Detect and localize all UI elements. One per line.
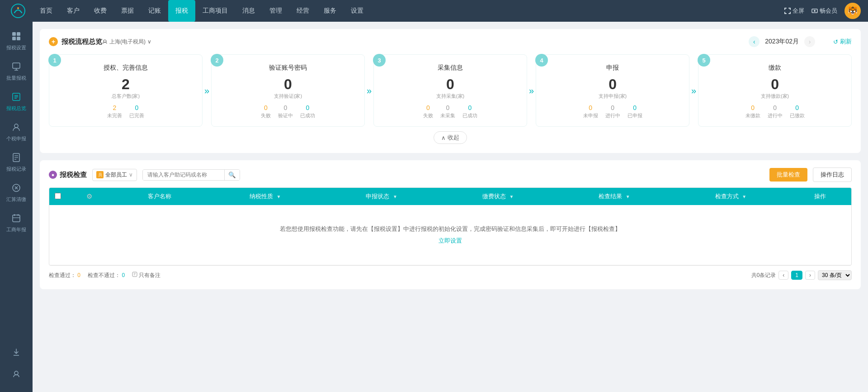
step-card-5: 5 缴款 0 支持缴款(家) 0 未缴款 0 进行中 0 已缴款: [698, 54, 852, 127]
download-icon: [10, 346, 23, 359]
nav-menu: 首页 客户 收费 票据 记账 报税 工商项目 消息 管理 经营 服务 设置: [33, 0, 784, 22]
nav-item-manage[interactable]: 管理: [262, 0, 289, 22]
pagination: 共0条记录 ‹ 1 › 30 条/页: [751, 270, 852, 280]
step-subtitle-3: 支持采集(家): [381, 93, 519, 100]
nav-item-invoice[interactable]: 票据: [114, 0, 141, 22]
nav-item-client[interactable]: 客户: [60, 0, 87, 22]
nav-item-home[interactable]: 首页: [33, 0, 60, 22]
empty-state: 若您想使用报税检查功能，请先在【报税设置】中进行报税的初始化设置，完成密码验证和…: [49, 205, 851, 265]
prev-page-button[interactable]: ‹: [778, 271, 788, 280]
tax-check-card: ● 报税检查 员 全部员工 ∨ 🔍 批量检查 操作日志: [40, 160, 861, 289]
step-num-4: 4: [535, 54, 548, 67]
nav-item-operation[interactable]: 经营: [289, 0, 316, 22]
sidebar-item-location[interactable]: [0, 363, 33, 385]
page-size-select[interactable]: 30 条/页: [818, 270, 852, 280]
nav-item-settings[interactable]: 设置: [344, 0, 371, 22]
svg-point-23: [14, 124, 18, 128]
step-stat: 0 未采集: [440, 104, 455, 119]
empty-state-row: 若您想使用报税检查功能，请先在【报税设置】中进行报税的初始化设置，完成密码验证和…: [49, 205, 851, 265]
collapse-button[interactable]: ∧ 收起: [434, 131, 467, 144]
note-stat: 只有备注: [132, 272, 160, 279]
tax-check-header: ● 报税检查 员 全部员工 ∨ 🔍 批量检查 操作日志: [49, 167, 852, 182]
step-stat: 0 未申报: [583, 104, 598, 119]
search-input[interactable]: [143, 170, 224, 180]
next-page-button[interactable]: ›: [805, 271, 815, 280]
sidebar-item-tax-overview[interactable]: 报税总览: [0, 86, 33, 116]
search-box: 🔍: [142, 169, 240, 181]
nav-item-tax[interactable]: 报税: [168, 0, 195, 22]
location-badge[interactable]: 上海(电子税局) ∨: [102, 38, 151, 46]
search-button[interactable]: 🔍: [224, 170, 240, 180]
left-sidebar: 报税设置 批量报税 报税总览 个税申报 报税记录 汇算清缴 工商年报: [0, 22, 33, 392]
vip-button[interactable]: 畅会员: [811, 7, 837, 15]
header-check-method: 检查方式 ▼: [673, 188, 789, 205]
step-stat: 0 已完善: [129, 104, 144, 119]
check-table: ⚙ 客户名称 纳税性质 ▼ 申报状态 ▼: [49, 188, 851, 265]
tax-settings-icon: [10, 30, 23, 43]
pass-count[interactable]: 0: [77, 272, 80, 278]
svg-rect-13: [12, 37, 16, 40]
pass-stat: 检查通过： 0: [49, 272, 80, 279]
step-title-3: 采集信息: [381, 64, 519, 72]
sidebar-item-batch-tax[interactable]: 批量报税: [0, 56, 33, 86]
step-stat: 0 失败: [261, 104, 271, 119]
step-num-5: 5: [698, 54, 710, 67]
fail-count[interactable]: 0: [122, 272, 125, 278]
staff-icon: 员: [96, 171, 104, 178]
table-body: 若您想使用报税检查功能，请先在【报税设置】中进行报税的初始化设置，完成密码验证和…: [49, 205, 851, 265]
step-arrow: »: [203, 54, 211, 127]
gear-button[interactable]: ⚙: [86, 192, 92, 201]
svg-rect-38: [132, 272, 137, 277]
main-content: + 报税流程总览 上海(电子税局) ∨ ‹ 2023年02月 › ↺ 刷新: [33, 22, 868, 392]
nav-item-message[interactable]: 消息: [235, 0, 262, 22]
right-tools: 全屏 畅会员 🐯: [784, 3, 861, 19]
staff-selector[interactable]: 员 全部员工 ∨: [92, 169, 137, 181]
steps-container: 1 授权、完善信息 2 总客户数(家) 2 未完善 0 已完善 »: [49, 54, 852, 127]
sidebar-item-tax-record[interactable]: 报税记录: [0, 147, 33, 177]
svg-point-1: [17, 7, 19, 9]
step-stat: 0 已成功: [300, 104, 315, 119]
step-card-3: 3 采集信息 0 支持采集(家) 0 失败 0 未采集 0 已成功: [373, 54, 527, 127]
overview-card: + 报税流程总览 上海(电子税局) ∨ ‹ 2023年02月 › ↺ 刷新: [40, 29, 861, 153]
ops-log-button[interactable]: 操作日志: [813, 167, 852, 182]
nav-item-fee[interactable]: 收费: [87, 0, 114, 22]
step-stat: 2 未完善: [107, 104, 122, 119]
svg-rect-5: [790, 8, 791, 10]
filter-icon: ▼: [626, 194, 630, 199]
step-subtitle-2: 支持验证(家): [219, 93, 357, 100]
svg-rect-12: [12, 32, 16, 36]
plus-icon: +: [49, 37, 58, 46]
nav-item-accounting[interactable]: 记账: [141, 0, 168, 22]
header-name: 客户名称: [113, 188, 207, 205]
sidebar-item-download[interactable]: [0, 341, 33, 363]
step-stats-3: 0 失败 0 未采集 0 已成功: [381, 104, 519, 119]
filter-icon: ▼: [393, 194, 397, 199]
next-month-button[interactable]: ›: [804, 36, 815, 47]
batch-tax-icon: [10, 60, 23, 73]
sidebar-item-tax-settings[interactable]: 报税设置: [0, 25, 33, 56]
nav-item-business[interactable]: 工商项目: [195, 0, 235, 22]
sidebar-item-personal-tax[interactable]: 个税申报: [0, 116, 33, 147]
svg-point-36: [14, 371, 18, 375]
header-action: 操作: [789, 188, 851, 205]
batch-check-button[interactable]: 批量检查: [769, 168, 807, 182]
prev-month-button[interactable]: ‹: [749, 36, 760, 47]
sidebar-item-annual-report[interactable]: 工商年报: [0, 207, 33, 238]
settlement-icon: [10, 182, 23, 194]
step-subtitle-4: 支持申报(家): [543, 93, 682, 100]
sidebar-item-settlement[interactable]: 汇算清缴: [0, 177, 33, 207]
select-all-checkbox[interactable]: [55, 193, 61, 199]
fullscreen-button[interactable]: 全屏: [784, 7, 804, 15]
overview-header: + 报税流程总览 上海(电子税局) ∨ ‹ 2023年02月 › ↺ 刷新: [49, 36, 852, 47]
sidebar-bottom: [0, 341, 33, 392]
setup-link[interactable]: 立即设置: [439, 237, 462, 244]
step-count-2: 0: [219, 76, 357, 93]
refresh-button[interactable]: ↺ 刷新: [833, 38, 852, 46]
nav-item-service[interactable]: 服务: [316, 0, 344, 22]
month-navigation: ‹ 2023年02月 ›: [749, 36, 815, 47]
current-page-button[interactable]: 1: [791, 271, 802, 280]
step-subtitle-5: 支持缴款(家): [706, 93, 844, 100]
total-records: 共0条记录: [751, 272, 776, 279]
mascot-avatar[interactable]: 🐯: [844, 3, 861, 19]
personal-tax-icon: [10, 121, 23, 134]
